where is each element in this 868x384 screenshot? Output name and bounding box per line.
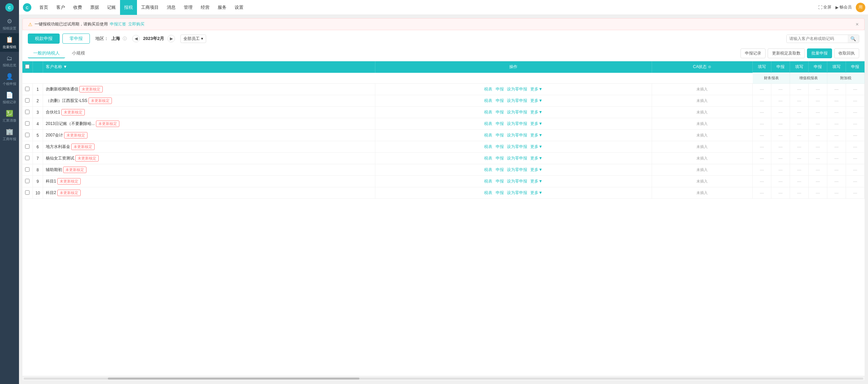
topnav-item-billing[interactable]: 收费 (69, 0, 86, 15)
row-checkbox[interactable] (25, 156, 29, 160)
op-0[interactable]: 税表 (484, 110, 492, 114)
op-0[interactable]: 税表 (484, 179, 492, 184)
op-2[interactable]: 设为零申报 (507, 167, 527, 172)
sidebar-item-gongshangnianbao[interactable]: 🏢 工商年报 (0, 125, 19, 144)
op-3[interactable]: 更多▼ (530, 167, 542, 172)
row-checkbox[interactable] (25, 98, 29, 103)
declaration-record-button[interactable]: 申报记录 (741, 48, 766, 58)
op-1[interactable]: 申报 (496, 98, 504, 103)
banner-link1[interactable]: 申报汇签 (110, 21, 126, 27)
sort-icon[interactable]: ▼ (63, 64, 67, 69)
sidebar-item-huisuanqingjiao[interactable]: 💹 汇算清缴 (0, 107, 19, 125)
op-3[interactable]: 更多▼ (530, 110, 542, 114)
update-tax-button[interactable]: 更新税定及取数 (768, 48, 805, 58)
op-1[interactable]: 申报 (496, 167, 504, 172)
op-2[interactable]: 设为零申报 (507, 144, 527, 149)
op-3[interactable]: 更多▼ (530, 156, 542, 161)
client-name[interactable]: 2007会计 (46, 133, 63, 137)
topnav-item-business[interactable]: 工商项目 (137, 0, 163, 15)
banner-link2[interactable]: 立即购买 (128, 21, 144, 27)
op-1[interactable]: 申报 (496, 156, 504, 161)
row-checkbox[interactable] (25, 190, 29, 195)
op-2[interactable]: 设为零申报 (507, 133, 527, 137)
client-name[interactable]: 勿删新税网络通信 (46, 87, 78, 91)
fullscreen-button[interactable]: ⛶ 全屏 (818, 4, 831, 10)
op-0[interactable]: 税表 (484, 121, 492, 126)
collect-receipt-button[interactable]: 收取回执 (834, 48, 859, 58)
op-0[interactable]: 税表 (484, 98, 492, 103)
topnav-item-bookkeeping[interactable]: 记账 (103, 0, 120, 15)
op-2[interactable]: 设为零申报 (507, 110, 527, 114)
client-name[interactable]: 2013日记账（不要删除哈... (46, 121, 95, 126)
op-0[interactable]: 税表 (484, 133, 492, 137)
op-0[interactable]: 税表 (484, 156, 492, 161)
op-0[interactable]: 税表 (484, 190, 492, 195)
topnav-item-settings[interactable]: 设置 (231, 0, 248, 15)
client-name[interactable]: 科目2 (46, 190, 56, 195)
topnav-item-service[interactable]: 服务 (214, 0, 231, 15)
sidebar-item-baoshuishezhi[interactable]: ⚙ 报税设置 (0, 15, 19, 33)
op-1[interactable]: 申报 (496, 144, 504, 149)
row-checkbox[interactable] (25, 133, 29, 137)
topnav-item-message[interactable]: 消息 (163, 0, 180, 15)
op-0[interactable]: 税表 (484, 144, 492, 149)
client-name[interactable]: 科目1 (46, 179, 56, 184)
topnav-item-client[interactable]: 客户 (52, 0, 69, 15)
topnav-item-invoice[interactable]: 票据 (86, 0, 103, 15)
topnav-item-manage[interactable]: 管理 (180, 0, 197, 15)
client-name[interactable]: 辅助期初 (46, 167, 62, 172)
period-prev-button[interactable]: ◀ (132, 35, 140, 42)
op-1[interactable]: 申报 (496, 121, 504, 126)
staff-select[interactable]: 全部员工 ▾ (180, 35, 206, 43)
row-checkbox[interactable] (25, 144, 29, 149)
op-2[interactable]: 设为零申报 (507, 98, 527, 103)
op-3[interactable]: 更多▼ (530, 190, 542, 195)
client-name[interactable]: 杨仙女工资测试 (46, 156, 74, 161)
row-checkbox[interactable] (25, 87, 29, 91)
banner-close-button[interactable]: ✕ (855, 22, 859, 27)
op-1[interactable]: 申报 (496, 110, 504, 114)
row-checkbox[interactable] (25, 121, 29, 126)
sidebar-item-piliangshaoshui[interactable]: 📋 批量报税 (0, 33, 19, 51)
scrollbar-thumb[interactable] (108, 378, 360, 380)
client-name[interactable]: 地方水利基金 (46, 144, 70, 149)
op-1[interactable]: 申报 (496, 190, 504, 195)
op-2[interactable]: 设为零申报 (507, 121, 527, 126)
op-1[interactable]: 申报 (496, 179, 504, 184)
batch-declaration-button[interactable]: 批量申报 (807, 48, 832, 58)
topnav-item-operation[interactable]: 经营 (197, 0, 214, 15)
sidebar-item-baoshuizonglan[interactable]: 🗂 报税总览 (0, 52, 19, 70)
general-taxpayer-tab[interactable]: 一般的纳税人 (28, 49, 65, 58)
client-name[interactable]: （勿删）江西股宝-LSS (46, 98, 87, 103)
tax-declaration-tab[interactable]: 税款申报 (28, 34, 60, 44)
info-icon[interactable]: ⓘ (123, 36, 127, 42)
sidebar-item-geshuishenbao[interactable]: 👤 个税申报 (0, 70, 19, 88)
row-checkbox[interactable] (25, 110, 29, 114)
search-button[interactable]: 🔍 (848, 35, 859, 43)
op-2[interactable]: 设为零申报 (507, 156, 527, 161)
op-0[interactable]: 税表 (484, 167, 492, 172)
topnav-item-home[interactable]: 首页 (35, 0, 52, 15)
select-all-checkbox[interactable] (25, 64, 29, 69)
topnav-item-tax[interactable]: 报税 (120, 0, 137, 15)
zero-declaration-tab[interactable]: 零申报 (62, 34, 90, 44)
op-0[interactable]: 税表 (484, 87, 492, 91)
op-2[interactable]: 设为零申报 (507, 190, 527, 195)
op-2[interactable]: 设为零申报 (507, 179, 527, 184)
sidebar-item-baoshuijilu[interactable]: 📄 报税记录 (0, 89, 19, 107)
op-3[interactable]: 更多▼ (530, 98, 542, 103)
op-3[interactable]: 更多▼ (530, 144, 542, 149)
op-1[interactable]: 申报 (496, 87, 504, 91)
client-name[interactable]: 合伙社1 (46, 110, 60, 114)
small-scale-tab[interactable]: 小规模 (66, 49, 91, 58)
member-button[interactable]: ▶ 畅会员 (835, 4, 852, 10)
row-checkbox[interactable] (25, 179, 29, 183)
op-3[interactable]: 更多▼ (530, 87, 542, 91)
row-checkbox[interactable] (25, 167, 29, 172)
op-2[interactable]: 设为零申报 (507, 87, 527, 91)
op-3[interactable]: 更多▼ (530, 179, 542, 184)
period-next-button[interactable]: ▶ (167, 35, 175, 42)
op-3[interactable]: 更多▼ (530, 133, 542, 137)
op-3[interactable]: 更多▼ (530, 121, 542, 126)
avatar[interactable]: 用 (856, 3, 865, 12)
